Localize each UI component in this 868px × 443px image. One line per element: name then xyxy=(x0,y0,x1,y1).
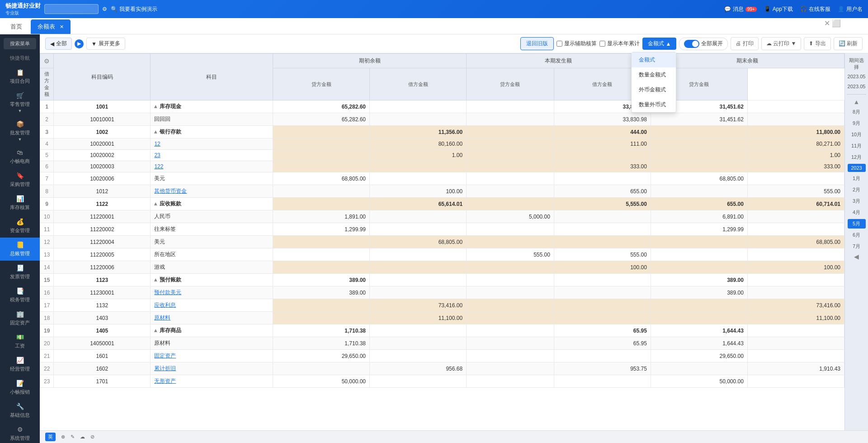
sidebar-item-inventory[interactable]: 📊 库存核算 xyxy=(0,191,40,214)
row-name-link[interactable]: 应收利息 xyxy=(154,302,176,308)
period-2023-year[interactable]: 2023 xyxy=(848,164,866,172)
expand-all-toggle[interactable]: 全部展开 xyxy=(679,38,728,50)
debit-occur xyxy=(467,324,554,337)
sidebar-item-project[interactable]: 📋 项目合同 xyxy=(0,65,40,88)
cloud-print-btn[interactable]: ☁ 云打印 ▼ xyxy=(761,37,802,50)
expand-icon[interactable]: ▴ xyxy=(154,327,157,333)
top-search-input[interactable] xyxy=(44,4,99,14)
maximize-btn[interactable]: ⬜ xyxy=(832,19,841,28)
period-7[interactable]: 7月 xyxy=(848,242,866,251)
period-8[interactable]: 8月 xyxy=(848,107,866,117)
app-download-btn[interactable]: 📱 App下载 xyxy=(764,5,793,13)
print-btn[interactable]: 🖨 打印 xyxy=(731,37,758,50)
period-11[interactable]: 11月 xyxy=(848,141,866,151)
period-collapse-btn[interactable]: ◀ xyxy=(854,253,859,260)
sidebar-item-salary[interactable]: 💵 工资 xyxy=(0,330,40,353)
show-yearly-checkbox[interactable] xyxy=(599,41,605,47)
toolbar: ◀ 全部 ▶ ▼ 展开更多 退回旧版 显示辅助核算 显示本年累计 xyxy=(40,34,868,53)
bottom-icon-4[interactable]: ⊘ xyxy=(90,434,94,440)
sidebar-item-finance[interactable]: 💰 资金管理 xyxy=(0,214,40,238)
row-code: 1405 xyxy=(54,324,151,337)
export-btn[interactable]: ⬆ 导出 xyxy=(804,37,830,50)
tab-close-btn[interactable]: ✕ xyxy=(60,24,64,29)
sidebar-item-fixed-assets[interactable]: 🏢 固定资产 xyxy=(0,307,40,330)
row-name-link[interactable]: 原材料 xyxy=(154,314,170,321)
lang-btn[interactable]: 英 xyxy=(45,433,56,441)
bottom-icon-2[interactable]: ✎ xyxy=(71,434,75,440)
sidebar-item-system[interactable]: ⚙ 系统管理 xyxy=(0,422,40,443)
settings-icon[interactable]: ⚙ xyxy=(102,6,107,12)
row-name: 回回回 xyxy=(151,113,273,126)
row-name-link[interactable]: 固定资产 xyxy=(154,352,176,359)
row-name-link[interactable]: 其他货币资金 xyxy=(154,188,187,194)
sidebar-item-ledger[interactable]: 📒 总账管理 xyxy=(0,238,40,261)
period-2023-05-b[interactable]: 2023.05 xyxy=(848,82,866,91)
wholesale-icon: 📦 xyxy=(16,120,24,128)
refresh-btn[interactable]: 🔄 刷新 xyxy=(834,37,863,50)
demo-link[interactable]: 🔍 我要看实例演示 xyxy=(111,5,157,13)
row-name-link[interactable]: 12 xyxy=(154,141,160,147)
bottom-icon-1[interactable]: ⊕ xyxy=(61,434,65,440)
sidebar-item-ecommerce[interactable]: 🛍 小畅电商 xyxy=(0,145,40,168)
tab-home[interactable]: 首页 xyxy=(4,19,29,34)
sidebar-item-wholesale[interactable]: 📦 批发管理 ▼ xyxy=(0,117,40,145)
expand-icon[interactable]: ▴ xyxy=(154,103,157,110)
credit-occur xyxy=(554,299,651,312)
table-row: 11 11220002 往来标签 1,299.99 1,299.99 xyxy=(40,223,844,236)
period-2[interactable]: 2月 xyxy=(848,185,866,195)
debit-occur xyxy=(467,375,554,388)
return-old-btn[interactable]: 退回旧版 xyxy=(520,37,554,50)
expand-icon[interactable]: ▴ xyxy=(154,129,157,135)
credit-occur: 100.00 xyxy=(554,261,651,274)
sidebar-item-invoice[interactable]: 🧾 发票管理 xyxy=(0,261,40,284)
credit-occur: 65.95 xyxy=(554,324,651,337)
period-6[interactable]: 6月 xyxy=(848,230,866,240)
table-row: 19 1405 ▴ 库存商品 1,710.38 65.95 1,644.43 xyxy=(40,324,844,337)
sidebar-item-purchase[interactable]: 🔖 采购管理 xyxy=(0,168,40,191)
period-9[interactable]: 9月 xyxy=(848,119,866,128)
expand-more-btn[interactable]: ▼ 展开更多 xyxy=(86,38,125,50)
avatar-icon: 👤 xyxy=(838,6,844,12)
scroll-up-btn[interactable]: ▲ xyxy=(854,98,860,105)
col-occur-credit: 贷方金额 xyxy=(467,68,554,100)
expand-icon[interactable]: ▴ xyxy=(154,276,157,283)
sidebar-item-retail[interactable]: 🛒 零售管理 ▼ xyxy=(0,88,40,117)
dropdown-item-qty-foreign[interactable]: 数量外币式 xyxy=(632,97,676,112)
all-btn[interactable]: ◀ 全部 xyxy=(45,38,72,50)
tab-balance[interactable]: 余额表 ✕ xyxy=(31,19,71,34)
row-name-link[interactable]: 122 xyxy=(154,163,163,170)
row-name-link[interactable]: 23 xyxy=(154,152,160,158)
period-2023-05-a[interactable]: 2023.05 xyxy=(848,72,866,81)
period-4[interactable]: 4月 xyxy=(848,208,866,217)
sidebar-item-operation[interactable]: 📈 经营管理 xyxy=(0,353,40,376)
credit-open: 956.68 xyxy=(370,362,467,375)
row-name-link[interactable]: 预付款美元 xyxy=(154,289,181,295)
sidebar-item-tax[interactable]: 📑 税务管理 xyxy=(0,284,40,307)
user-avatar[interactable]: 👤 用户名 xyxy=(838,5,863,13)
row-name-link[interactable]: 累计折旧 xyxy=(154,365,176,372)
row-name: 其他货币资金 xyxy=(151,185,273,198)
row-name-link[interactable]: 无形资产 xyxy=(154,378,176,384)
top-bar: 畅捷通好业财 专业版 ⚙ 🔍 我要看实例演示 💬 消息 99+ 📱 App下载 … xyxy=(0,0,868,18)
period-12[interactable]: 12月 xyxy=(848,152,866,162)
sidebar-item-sales[interactable]: 📝 小畅报销 xyxy=(0,376,40,399)
sidebar-item-basic[interactable]: 🔧 基础信息 xyxy=(0,399,40,422)
period-3[interactable]: 3月 xyxy=(848,196,866,206)
close-window-btn[interactable]: ✕ xyxy=(824,19,830,28)
dropdown-item-foreign-amount[interactable]: 外币金额式 xyxy=(632,82,676,97)
period-10[interactable]: 10月 xyxy=(848,130,866,139)
amount-mode-btn[interactable]: 金额式 ▲ xyxy=(642,38,677,50)
online-service-btn[interactable]: 🎧 在线客服 xyxy=(800,5,830,13)
dropdown-item-qty-amount[interactable]: 数量金额式 xyxy=(632,67,676,82)
message-btn[interactable]: 💬 消息 99+ xyxy=(724,5,757,13)
period-1[interactable]: 1月 xyxy=(848,174,866,183)
show-auxiliary-checkbox[interactable] xyxy=(557,41,562,47)
sidebar-search-btn[interactable]: 搜索菜单 xyxy=(4,38,36,49)
bottom-icon-3[interactable]: ☁ xyxy=(80,434,85,440)
dropdown-item-amount[interactable]: 金额式 xyxy=(632,52,676,67)
table-settings-icon[interactable]: ⚙ xyxy=(44,57,50,65)
period-5[interactable]: 5月 xyxy=(848,219,866,229)
nav-forward-btn[interactable]: ▶ xyxy=(75,39,84,48)
expand-icon[interactable]: ▴ xyxy=(154,200,157,207)
system-icon: ⚙ xyxy=(17,426,23,433)
